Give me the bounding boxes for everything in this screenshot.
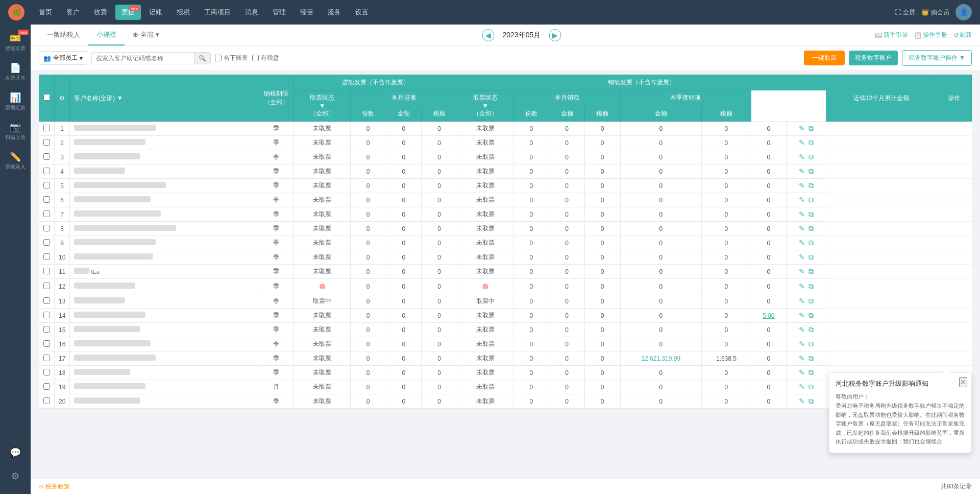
edit-icon-12[interactable]: ✎ (799, 282, 805, 290)
nav-item-service[interactable]: 服务 (322, 5, 347, 20)
row-cumulative-14[interactable]: 5.00 (751, 309, 786, 323)
copy-icon-2[interactable]: ⧉ (808, 138, 814, 147)
copy-icon-19[interactable]: ⧉ (808, 383, 814, 391)
row-checkbox-12[interactable] (43, 283, 50, 289)
sidebar-item-chat[interactable]: 💬 (1, 443, 30, 462)
nav-item-business[interactable]: 工商项目 (198, 5, 237, 20)
fullscreen-btn[interactable]: ⛶ 全屏 (895, 8, 915, 17)
row-checkbox-20[interactable] (43, 397, 50, 404)
row-checkbox-10[interactable] (43, 253, 50, 260)
cumulative-link[interactable]: 5.00 (763, 312, 774, 319)
edit-icon-2[interactable]: ✎ (799, 138, 805, 147)
manual-link[interactable]: 📋 操作手册 (914, 31, 947, 39)
row-checkbox-2[interactable] (43, 139, 50, 146)
avatar[interactable]: 👤 (955, 4, 972, 20)
nav-item-message[interactable]: 消息 (239, 5, 264, 20)
copy-icon-20[interactable]: ⧉ (808, 397, 814, 405)
filter-taxdisk-check[interactable]: 有税盘 (252, 54, 279, 62)
row-cumulative-13[interactable]: 0 (751, 294, 786, 309)
sidebar-item-config[interactable]: ⚙ (1, 466, 30, 486)
copy-icon-16[interactable]: ⧉ (808, 340, 814, 348)
sidebar-item-smart-ticket[interactable]: 🎫 智能取票 new (1, 29, 30, 56)
row-cumulative-2[interactable]: 0 (751, 136, 786, 150)
edit-icon-3[interactable]: ✎ (799, 153, 805, 161)
employee-select[interactable]: 👥 全部员工 ▾ (39, 51, 87, 65)
select-all-checkbox[interactable] (43, 94, 50, 101)
edit-icon-15[interactable]: ✎ (799, 325, 805, 334)
copy-icon-1[interactable]: ⧉ (808, 124, 814, 132)
nav-item-fee[interactable]: 收费 (88, 5, 113, 20)
row-cumulative-11[interactable]: 0 (751, 265, 786, 279)
row-cumulative-20[interactable]: 0 (751, 394, 786, 409)
edit-icon-11[interactable]: ✎ (799, 267, 805, 275)
copy-icon-6[interactable]: ⧉ (808, 196, 814, 204)
row-cumulative-5[interactable]: 0 (751, 179, 786, 193)
row-checkbox-14[interactable] (43, 312, 50, 318)
edit-icon-19[interactable]: ✎ (799, 383, 805, 391)
copy-icon-13[interactable]: ⧉ (808, 297, 814, 305)
row-checkbox-5[interactable] (43, 182, 50, 189)
search-input[interactable] (92, 53, 194, 64)
copy-icon-18[interactable]: ⧉ (808, 368, 814, 377)
row-checkbox-7[interactable] (43, 210, 50, 217)
edit-icon-4[interactable]: ✎ (799, 167, 805, 175)
row-checkbox-1[interactable] (43, 125, 50, 131)
row-checkbox-3[interactable] (43, 153, 50, 160)
edit-icon-5[interactable]: ✎ (799, 181, 805, 190)
copy-icon-15[interactable]: ⧉ (808, 325, 814, 334)
period-next-btn[interactable]: ▶ (549, 29, 561, 41)
nav-item-tax[interactable]: 报税 (170, 5, 196, 20)
tax-policy-link[interactable]: ⊙ 税务政策 (39, 482, 70, 491)
tax-digital-account-btn[interactable]: 税务数字账户 (849, 51, 898, 65)
row-cumulative-7[interactable]: 0 (751, 207, 786, 222)
row-checkbox-13[interactable] (43, 297, 50, 304)
row-checkbox-11[interactable] (43, 268, 50, 274)
copy-icon-9[interactable]: ⧉ (808, 239, 814, 247)
sidebar-item-ticket-summary[interactable]: 📊 票据汇总 (1, 88, 30, 115)
row-checkbox-8[interactable] (43, 225, 50, 231)
nav-item-manage[interactable]: 管理 (266, 5, 292, 20)
edit-icon-14[interactable]: ✎ (799, 311, 805, 319)
edit-icon-13[interactable]: ✎ (799, 297, 805, 305)
row-cumulative-18[interactable]: 0 (751, 366, 786, 380)
copy-icon-4[interactable]: ⧉ (808, 167, 814, 175)
nav-item-home[interactable]: 首页 (33, 5, 58, 20)
edit-icon-17[interactable]: ✎ (799, 354, 805, 362)
row-cumulative-6[interactable]: 0 (751, 193, 786, 207)
sidebar-item-scan-upload[interactable]: 📷 扫描上传 (1, 117, 30, 145)
row-cumulative-19[interactable]: 0 (751, 380, 786, 394)
edit-icon-10[interactable]: ✎ (799, 253, 805, 261)
tax-digital-ops-btn[interactable]: 税务数字账户操作 ▼ (902, 50, 972, 66)
edit-icon-20[interactable]: ✎ (799, 397, 805, 405)
nav-item-account[interactable]: 记账 (143, 5, 168, 20)
row-checkbox-4[interactable] (43, 168, 50, 174)
row-checkbox-16[interactable] (43, 340, 50, 347)
one-click-ticket-btn[interactable]: 一键取票 (804, 51, 845, 65)
refresh-btn[interactable]: ↺ 刷新 (953, 31, 972, 39)
row-cumulative-8[interactable]: 0 (751, 222, 786, 236)
tab-general-taxpayer[interactable]: 一般纳税人 (39, 25, 88, 45)
nav-item-customer[interactable]: 客户 (60, 5, 86, 20)
row-cumulative-15[interactable]: 0 (751, 323, 786, 337)
sidebar-item-ticket-entry[interactable]: ✏️ 票据录入 (1, 147, 30, 175)
copy-icon-7[interactable]: ⧉ (808, 210, 814, 218)
row-checkbox-9[interactable] (43, 239, 50, 246)
row-checkbox-19[interactable] (43, 383, 50, 390)
copy-icon-14[interactable]: ⧉ (808, 311, 814, 319)
row-cumulative-3[interactable]: 0 (751, 150, 786, 164)
search-btn[interactable]: 🔍 (194, 53, 210, 64)
nav-item-invoice[interactable]: 票据 new (115, 5, 141, 20)
new-guide-link[interactable]: 📖 新手引导 (875, 31, 908, 39)
edit-icon-8[interactable]: ✎ (799, 224, 805, 232)
vip-btn[interactable]: 👑 购会员 (921, 8, 949, 17)
copy-icon-17[interactable]: ⧉ (808, 354, 814, 362)
filter-account-check[interactable]: 名下账套 (215, 54, 248, 62)
row-cumulative-17[interactable]: 0 (751, 351, 786, 366)
sidebar-item-invoice-open[interactable]: 📄 发票开具 (1, 58, 30, 86)
copy-icon-12[interactable]: ⧉ (808, 282, 814, 290)
row-checkbox-6[interactable] (43, 196, 50, 203)
period-prev-btn[interactable]: ◀ (482, 29, 495, 41)
row-checkbox-17[interactable] (43, 355, 50, 361)
settings-icon[interactable]: ⚙ (59, 95, 65, 102)
edit-icon-7[interactable]: ✎ (799, 210, 805, 218)
